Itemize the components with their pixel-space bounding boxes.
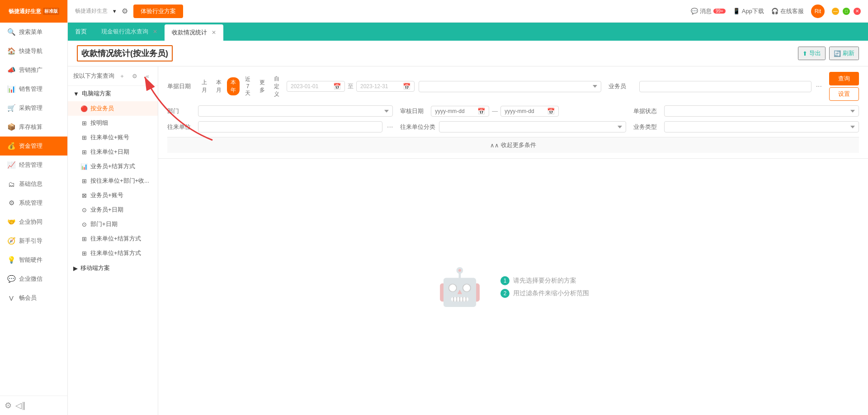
maximize-btn[interactable]: □ xyxy=(843,8,850,15)
partner-input[interactable] xyxy=(198,121,382,132)
biz-type-label: 业务类型 xyxy=(633,123,660,131)
partner-category-dropdown-wrap xyxy=(439,121,626,132)
sidebar-item-smart-hw[interactable]: 💡 智能硬件 xyxy=(0,250,67,269)
dept-select[interactable] xyxy=(198,105,393,117)
date-separator: 至 xyxy=(348,82,354,90)
set-btn[interactable]: 设置 xyxy=(829,87,859,101)
header-right: 💬 消息 99+ 📱 App下载 🎧 在线客服 Rit — □ ✕ xyxy=(691,5,861,18)
quick-date-last-month[interactable]: 上月 xyxy=(198,77,211,95)
tree-item-dept-date[interactable]: ⊙部门+日期 xyxy=(68,217,158,231)
quick-date-more[interactable]: 更多 xyxy=(256,77,269,95)
collapse-filter-bar[interactable]: ∧∧ 收起更多条件 xyxy=(167,137,859,153)
export-btn[interactable]: ⬆ 导出 xyxy=(798,47,826,60)
unit-dept-income-icon: ⊞ xyxy=(80,177,88,184)
scheme-settings-btn[interactable]: ⚙ xyxy=(130,71,140,81)
header-gear-icon[interactable]: ⚙ xyxy=(122,7,128,15)
query-btn[interactable]: 查询 xyxy=(829,72,859,85)
tree-item-salesperson-account[interactable]: ⊠业务员+账号 xyxy=(68,188,158,203)
sidebar-item-purchase[interactable]: 🛒 采购管理 xyxy=(0,99,67,118)
collapse-panel-btn[interactable]: « xyxy=(142,71,152,81)
dept-dropdown-wrap xyxy=(198,105,393,117)
sidebar-settings-btn[interactable]: ⚙ xyxy=(5,401,12,410)
tree-item-unit-date[interactable]: ⊞往来单位+日期 xyxy=(68,145,158,159)
tree-item-unit-settle2[interactable]: ⊞往来单位+结算方式 xyxy=(68,246,158,260)
tree-item-unit-dept-income[interactable]: ⊞按往来单位+部门+收... xyxy=(68,174,158,188)
sidebar-item-inventory[interactable]: 📦 库存核算 xyxy=(0,118,67,137)
sidebar-item-search[interactable]: 🔍 搜索菜单 xyxy=(0,23,67,42)
biz-type-select[interactable] xyxy=(664,121,859,132)
review-date-to-input[interactable] xyxy=(505,108,545,114)
message-label: 消息 xyxy=(700,7,712,15)
quick-date-this-month[interactable]: 本月 xyxy=(212,77,225,95)
quick-date-this-year[interactable]: 本年 xyxy=(227,77,240,95)
salesperson-input[interactable] xyxy=(639,81,811,92)
tree-item-unit-account[interactable]: ⊞往来单位+账号 xyxy=(68,130,158,145)
app-download-btn[interactable]: 📱 App下载 xyxy=(733,7,764,15)
sidebar-item-finance[interactable]: 💰 资金管理 xyxy=(0,137,67,156)
add-scheme-btn[interactable]: + xyxy=(117,71,127,81)
tab-receipt-stat[interactable]: 收款情况统计 ✕ xyxy=(165,24,223,41)
review-date-from-wrap: 📅 xyxy=(431,106,489,117)
quick-date-last-7days[interactable]: 近7天 xyxy=(241,74,254,99)
review-cal-to-icon[interactable]: 📅 xyxy=(547,108,555,115)
salesperson-more-btn[interactable]: ··· xyxy=(816,82,822,90)
user-avatar[interactable]: Rit xyxy=(811,5,825,18)
tree-group-header-电脑端方案[interactable]: ▼ 电脑端方案 xyxy=(68,86,158,101)
sidebar-item-system[interactable]: ⚙ 系统管理 xyxy=(0,193,67,212)
tree-item-label-unit-account: 往来单位+账号 xyxy=(90,133,129,141)
tree-item-by-salesperson[interactable]: 🔴按业务员 xyxy=(68,101,158,116)
tree-group-移动端方案: ▶ 移动端方案 xyxy=(68,260,158,276)
top-header: 畅捷通好生意 ▾ ⚙ 体验行业方案 💬 消息 99+ 📱 App下载 🎧 在线客… xyxy=(68,0,868,23)
sidebar-item-label-inventory: 库存核算 xyxy=(19,123,42,131)
sidebar-item-quick-nav[interactable]: 🏠 快捷导航 xyxy=(0,42,67,61)
calendar-from-icon[interactable]: 📅 xyxy=(333,83,341,90)
doc-status-select[interactable] xyxy=(664,105,859,117)
tree-item-label-unit-settle2: 往来单位+结算方式 xyxy=(90,249,141,257)
quick-date-custom[interactable]: 自定义 xyxy=(270,74,283,99)
refresh-btn[interactable]: 🔄 刷新 xyxy=(829,47,859,60)
doc-type-select[interactable] xyxy=(419,81,601,92)
salesperson-account-icon: ⊠ xyxy=(80,192,88,199)
tree-item-by-mingxi[interactable]: ⊞按明细 xyxy=(68,116,158,130)
collapse-panel-icon: « xyxy=(146,73,149,80)
sidebar-item-guide[interactable]: 🧭 新手引导 xyxy=(0,231,67,250)
sidebar-item-wechat[interactable]: 💬 企业微信 xyxy=(0,269,67,288)
marketing-icon: 📣 xyxy=(7,66,15,74)
tab-home[interactable]: 首页 xyxy=(68,23,94,41)
sidebar-item-operations[interactable]: 📈 经营管理 xyxy=(0,156,67,174)
tree-item-unit-settle1[interactable]: ⊞往来单位+结算方式 xyxy=(68,231,158,246)
sidebar-item-base-info[interactable]: 🗂 基础信息 xyxy=(0,174,67,193)
date-from-input[interactable] xyxy=(291,83,331,90)
tab-bank-flow-close[interactable]: ✕ xyxy=(153,28,157,35)
app-label: App下载 xyxy=(742,7,764,15)
logo-text: 畅捷通好生意 xyxy=(9,8,41,15)
tree-item-label-by-salesperson: 按业务员 xyxy=(90,104,114,113)
dept-filter-group: 部门 xyxy=(167,105,393,117)
tab-receipt-stat-close[interactable]: ✕ xyxy=(212,29,216,36)
sidebar-item-member[interactable]: V 畅会员 xyxy=(0,288,67,307)
tree-item-salesperson-settle[interactable]: 📊业务员+结算方式 xyxy=(68,159,158,174)
review-cal-from-icon[interactable]: 📅 xyxy=(477,108,485,115)
sidebar-collapse-btn[interactable]: ◁∥ xyxy=(15,401,26,410)
date-to-input[interactable] xyxy=(360,83,401,90)
sidebar-item-enterprise[interactable]: 🤝 企业协同 xyxy=(0,212,67,231)
calendar-to-icon[interactable]: 📅 xyxy=(403,83,410,90)
partner-category-select[interactable] xyxy=(439,121,626,132)
trial-btn[interactable]: 体验行业方案 xyxy=(133,5,183,18)
sidebar-item-marketing[interactable]: 📣 营销推广 xyxy=(0,61,67,80)
unit-account-icon: ⊞ xyxy=(80,134,88,141)
sidebar-item-sales[interactable]: 📊 销售管理 xyxy=(0,80,67,99)
close-btn[interactable]: ✕ xyxy=(854,8,861,15)
review-date-from-input[interactable] xyxy=(435,108,476,114)
tree-group-header-移动端方案[interactable]: ▶ 移动端方案 xyxy=(68,260,158,276)
header-dropdown[interactable]: ▾ xyxy=(113,8,116,14)
message-btn[interactable]: 💬 消息 99+ xyxy=(691,7,726,15)
partner-more-btn[interactable]: ··· xyxy=(387,123,393,131)
tip-text-2: 用过滤条件来缩小分析范围 xyxy=(513,289,589,297)
minimize-btn[interactable]: — xyxy=(832,8,839,15)
tab-bank-flow[interactable]: 现金银行流水查询 ✕ xyxy=(94,23,165,41)
biz-type-dropdown-wrap xyxy=(664,121,859,132)
sidebar-item-label-enterprise: 企业协同 xyxy=(19,218,42,226)
online-service-btn[interactable]: 🎧 在线客服 xyxy=(771,7,804,15)
tree-item-salesperson-date[interactable]: ⊙业务员+日期 xyxy=(68,203,158,217)
